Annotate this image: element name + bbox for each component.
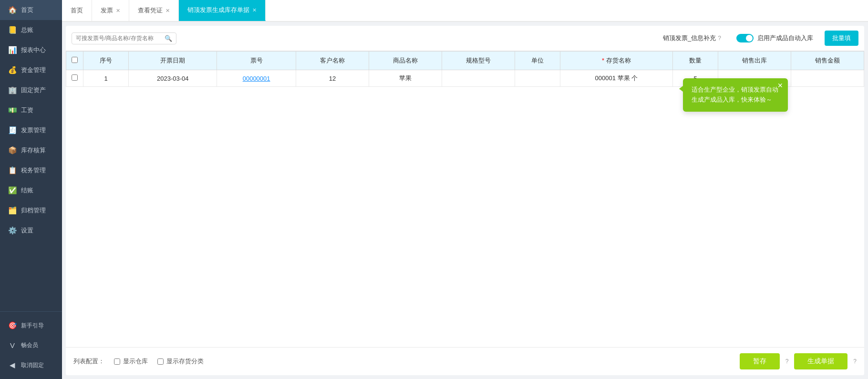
- sidebar-item-label: 发票管理: [21, 126, 46, 135]
- sidebar: 🏠 首页 📒 总账 📊 报表中心 💰 资金管理 🏢 固定资产 💵 工资 🧾 发票…: [0, 0, 62, 379]
- sidebar-item-invoices[interactable]: 🧾 发票管理: [0, 120, 62, 140]
- th-spec: 规格型号: [442, 52, 515, 70]
- tab-generate-close[interactable]: ✕: [252, 7, 257, 13]
- main-area: 首页 发票 ✕ 查看凭证 ✕ 销顶发票生成库存单据 ✕ 🔍 销顶发票_信息补充 …: [62, 0, 868, 379]
- sidebar-item-label: 畅会员: [21, 341, 38, 349]
- generate-button[interactable]: 生成单据: [794, 353, 847, 369]
- show-inventory-label: 显示存货分类: [166, 357, 204, 366]
- th-no: 票号: [217, 52, 296, 70]
- search-icon: 🔍: [165, 35, 172, 42]
- th-qty: 数量: [672, 52, 718, 70]
- footer: 列表配置： 显示仓库 显示存货分类 暂存 ? 生成单据 ?: [66, 347, 864, 375]
- sidebar-item-reports[interactable]: 📊 报表中心: [0, 40, 62, 60]
- sidebar-item-label: 总账: [21, 26, 33, 34]
- sidebar-item-archive[interactable]: 🗂️ 归档管理: [0, 200, 62, 221]
- tab-home-label: 首页: [71, 6, 83, 15]
- sidebar-item-ledger[interactable]: 📒 总账: [0, 20, 62, 40]
- sidebar-item-funds[interactable]: 💰 资金管理: [0, 60, 62, 80]
- sidebar-item-home[interactable]: 🏠 首页: [0, 0, 62, 20]
- td-amount: [791, 70, 864, 87]
- sidebar-item-label: 结账: [21, 186, 33, 195]
- tooltip-close-icon[interactable]: ✕: [777, 82, 783, 89]
- tab-invoice-close[interactable]: ✕: [116, 8, 120, 14]
- save-button[interactable]: 暂存: [740, 353, 780, 369]
- th-amount: 销售金额: [791, 52, 864, 70]
- td-product: 苹果: [369, 70, 442, 87]
- sidebar-item-label: 工资: [21, 106, 33, 115]
- tab-invoice[interactable]: 发票 ✕: [92, 0, 129, 21]
- th-checkbox: [66, 52, 83, 70]
- sidebar-item-label: 新手引导: [21, 322, 44, 330]
- td-unit: [515, 70, 560, 87]
- tab-bar: 首页 发票 ✕ 查看凭证 ✕ 销顶发票生成库存单据 ✕: [62, 0, 868, 22]
- tab-voucher-close[interactable]: ✕: [165, 8, 170, 14]
- info-question-icon[interactable]: ?: [718, 35, 721, 42]
- sidebar-item-label: 归档管理: [21, 206, 46, 215]
- select-all-checkbox[interactable]: [72, 57, 78, 63]
- sidebar-item-label: 库存核算: [21, 146, 46, 155]
- sidebar-item-vip[interactable]: V 畅会员: [0, 336, 62, 355]
- auto-warehouse-toggle[interactable]: [736, 34, 754, 42]
- th-warehouse: 销售出库: [718, 52, 791, 70]
- inventory-icon: 📦: [8, 146, 17, 155]
- batch-fill-button[interactable]: 批量填: [825, 31, 858, 46]
- td-customer: 12: [296, 70, 369, 87]
- sidebar-item-label: 首页: [21, 6, 33, 14]
- th-product: 商品名称: [369, 52, 442, 70]
- td-seq: 1: [83, 70, 129, 87]
- td-no[interactable]: 00000001: [217, 70, 296, 87]
- assets-icon: 🏢: [8, 86, 17, 95]
- invoices-icon: 🧾: [8, 126, 17, 135]
- th-inventory: 存货名称: [560, 52, 672, 70]
- sidebar-item-guide[interactable]: 🎯 新手引导: [0, 316, 62, 336]
- show-inventory-checkbox[interactable]: [157, 358, 164, 365]
- list-config-label: 列表配置：: [73, 357, 104, 366]
- td-date: 2023-03-04: [129, 70, 217, 87]
- sidebar-item-label: 固定资产: [21, 86, 46, 95]
- td-inventory: 000001 苹果 个: [560, 70, 672, 87]
- unpin-icon: ◀: [8, 361, 17, 369]
- sidebar-item-label: 报表中心: [21, 46, 46, 54]
- tooltip-text: 适合生产型企业，销顶发票自动生成产成品入库，快来体验～: [692, 86, 778, 103]
- th-customer: 客户名称: [296, 52, 369, 70]
- sidebar-item-label: 资金管理: [21, 66, 46, 74]
- sidebar-item-settlement[interactable]: ✅ 结账: [0, 180, 62, 200]
- sidebar-item-inventory[interactable]: 📦 库存核算: [0, 140, 62, 160]
- generate-info-icon[interactable]: ?: [853, 358, 857, 365]
- sidebar-item-assets[interactable]: 🏢 固定资产: [0, 80, 62, 100]
- tooltip-bubble: ✕ 适合生产型企业，销顶发票自动生成产成品入库，快来体验～: [683, 78, 788, 112]
- toggle-area: 启用产成品自动入库: [736, 34, 813, 42]
- tab-voucher-label: 查看凭证: [138, 6, 163, 15]
- footer-actions: 暂存 ? 生成单据 ?: [740, 353, 857, 369]
- save-info-icon[interactable]: ?: [785, 358, 789, 365]
- search-input[interactable]: [76, 35, 162, 42]
- settings-icon: ⚙️: [8, 226, 17, 235]
- archive-icon: 🗂️: [8, 206, 17, 215]
- sidebar-item-settings[interactable]: ⚙️ 设置: [0, 221, 62, 241]
- toggle-label: 启用产成品自动入库: [757, 34, 813, 42]
- search-box[interactable]: 🔍: [72, 32, 176, 44]
- show-warehouse-label: 显示仓库: [123, 357, 148, 366]
- tab-generate-label: 销顶发票生成库存单据: [187, 6, 249, 14]
- sidebar-item-label: 设置: [21, 226, 33, 235]
- tab-voucher[interactable]: 查看凭证 ✕: [129, 0, 179, 21]
- td-spec: [442, 70, 515, 87]
- td-checkbox: [66, 70, 83, 87]
- th-seq: 序号: [83, 52, 129, 70]
- vip-icon: V: [8, 341, 17, 349]
- tab-generate[interactable]: 销顶发票生成库存单据 ✕: [179, 0, 266, 21]
- tab-invoice-label: 发票: [101, 6, 113, 15]
- settlement-icon: ✅: [8, 186, 17, 195]
- sidebar-bottom: 🎯 新手引导 V 畅会员 ◀ 取消固定: [0, 311, 62, 379]
- show-warehouse-check[interactable]: 显示仓库: [114, 357, 148, 366]
- th-date: 开票日期: [129, 52, 217, 70]
- tab-home[interactable]: 首页: [62, 0, 92, 21]
- show-inventory-check[interactable]: 显示存货分类: [157, 357, 204, 366]
- sidebar-item-payroll[interactable]: 💵 工资: [0, 100, 62, 120]
- show-warehouse-checkbox[interactable]: [114, 358, 120, 365]
- sidebar-item-label: 税务管理: [21, 166, 46, 175]
- row-checkbox[interactable]: [72, 74, 78, 81]
- sidebar-item-unpin[interactable]: ◀ 取消固定: [0, 355, 62, 375]
- info-label: 销顶发票_信息补充 ?: [663, 34, 721, 42]
- sidebar-item-tax[interactable]: 📋 税务管理: [0, 160, 62, 180]
